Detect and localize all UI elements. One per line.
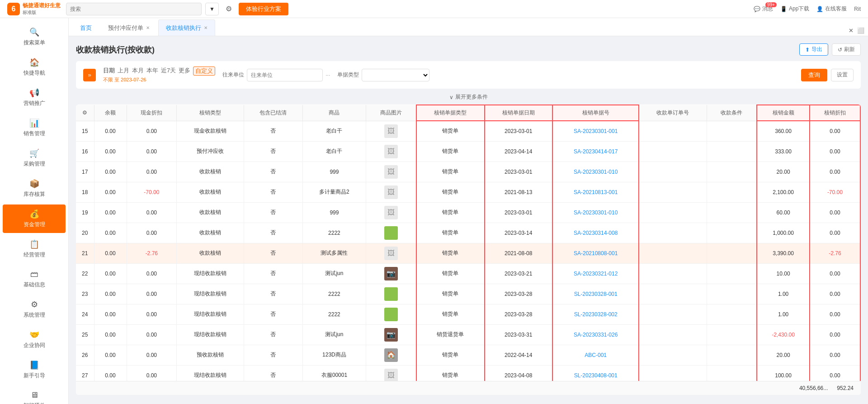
filter-bar: » 日期 上月 本月 本年 近7天 更多 自定义 不限 至 2023-07-26: [76, 61, 861, 89]
cell-bill-no[interactable]: SA-20230414-017: [552, 141, 639, 162]
cell-bill-type: 销货单: [416, 121, 485, 141]
sidebar-item-system[interactable]: ⚙ 系统管理: [3, 295, 66, 323]
settings-btn[interactable]: 设置: [831, 69, 854, 81]
sidebar-item-search[interactable]: 🔍 搜索菜单: [3, 23, 66, 51]
cell-bill-no[interactable]: SL-20230328-001: [552, 284, 639, 304]
maximize-icon[interactable]: ⬜: [857, 27, 864, 34]
cell-type: 现结收款核销: [177, 324, 244, 345]
cell-bill-no[interactable]: SL-20230408-001: [552, 365, 639, 381]
query-btn[interactable]: 查询: [801, 69, 827, 81]
cell-balance: 0.00: [94, 223, 127, 243]
bill-no-link[interactable]: SL-20230408-001: [574, 372, 618, 379]
refresh-btn[interactable]: ↺ 刷新: [832, 43, 861, 56]
cell-settled: 否: [244, 121, 303, 141]
cell-bill-date: 2021-08-08: [485, 243, 553, 263]
sidebar-item-nav[interactable]: 🏠 快捷导航: [3, 53, 66, 81]
cell-receipt-cond: [707, 263, 757, 284]
filter-date-group: 日期 上月 本月 本年 近7天 更多 自定义 不限 至 2023-07-26: [103, 67, 215, 83]
cell-bill-no[interactable]: SA-20230301-010: [552, 202, 639, 223]
main-layout: 🔍 搜索菜单 🏠 快捷导航 📢 营销推广 📊 销售管理 🛒 采购管理 📦 库存核…: [0, 18, 868, 404]
sidebar-item-marketing[interactable]: 📢 营销推广: [3, 83, 66, 112]
user-name[interactable]: Rit: [854, 6, 861, 12]
cell-discount: 0.00: [810, 223, 860, 243]
date-more[interactable]: 更多: [179, 67, 190, 76]
tab-prepay[interactable]: 预付冲应付单 ✕: [100, 19, 157, 36]
cell-receipt-order: [639, 345, 707, 365]
tab-home[interactable]: 首页: [72, 19, 99, 36]
cell-id: 21: [76, 243, 94, 263]
dropdown-btn[interactable]: ▼: [205, 3, 219, 15]
message-btn[interactable]: 💬 消息 99+: [754, 5, 773, 13]
app-download-btn[interactable]: 📱 App下载: [780, 5, 809, 13]
cell-cash-discount: 0.00: [127, 162, 177, 182]
cell-discount: 0.00: [810, 141, 860, 162]
cell-id: 18: [76, 182, 94, 202]
cell-bill-no[interactable]: SA-20230301-001: [552, 121, 639, 141]
date-this-year[interactable]: 本年: [146, 67, 158, 76]
cell-balance: 0.00: [94, 162, 127, 182]
online-service-btn[interactable]: 👤 在线客服: [816, 5, 847, 13]
date-7days[interactable]: 近7天: [161, 67, 176, 76]
expand-more-btn[interactable]: ∨ 展开更多条件: [76, 93, 861, 101]
cell-bill-type: 销货单: [416, 345, 485, 365]
sidebar-item-purchase[interactable]: 🛒 采购管理: [3, 144, 66, 172]
cell-bill-no[interactable]: SA-20230331-026: [552, 324, 639, 345]
gear-icon[interactable]: ⚙: [222, 3, 235, 15]
sidebar-item-sales[interactable]: 📊 销售管理: [3, 114, 66, 142]
date-this-month[interactable]: 本月: [132, 67, 144, 76]
close-window-icon[interactable]: ✕: [849, 27, 854, 34]
sidebar-item-collab[interactable]: 🤝 企业协同: [3, 325, 66, 354]
cell-bill-no[interactable]: SL-20230328-002: [552, 304, 639, 324]
cell-bill-no[interactable]: SA-20230301-010: [552, 162, 639, 182]
sidebar-item-inventory[interactable]: 📦 库存核算: [3, 174, 66, 203]
filter-expand-btn[interactable]: »: [83, 69, 96, 81]
bill-no-link[interactable]: SA-20210808-001: [574, 250, 618, 257]
sidebar-item-finance[interactable]: 💰 资金管理: [3, 204, 66, 233]
from-unit-input[interactable]: [247, 69, 323, 81]
sidebar-item-base[interactable]: 🗃 基础信息: [3, 265, 66, 293]
export-btn[interactable]: ⬆ 导出: [799, 43, 828, 56]
table-row: 15 0.00 0.00 现金收款核销 否 老白干 🖼 销货单 2023-03-…: [76, 121, 860, 141]
bill-no-link[interactable]: SA-20230301-001: [574, 128, 618, 134]
cell-bill-no[interactable]: ABC-001: [552, 345, 639, 365]
table-row: 21 0.00 -2.76 收款核销 否 测试多属性 🖼 销货单 2021-08…: [76, 243, 860, 263]
cell-goods-image: 🖼: [366, 141, 416, 162]
sidebar-item-ops[interactable]: 📋 经营管理: [3, 235, 66, 263]
bill-no-link[interactable]: SL-20230328-002: [574, 311, 618, 318]
cell-bill-no[interactable]: SA-20230321-012: [552, 263, 639, 284]
tab-receipt[interactable]: 收款核销执行 ✕: [158, 19, 215, 36]
th-settings[interactable]: ⚙: [76, 105, 94, 121]
tab-prepay-close[interactable]: ✕: [146, 25, 150, 30]
bill-no-link[interactable]: SA-20230331-026: [574, 332, 618, 338]
bill-no-link[interactable]: SA-20230301-010: [574, 169, 618, 175]
cell-settled: 否: [244, 202, 303, 223]
tab-receipt-close[interactable]: ✕: [204, 25, 208, 30]
bill-no-link[interactable]: SA-20230321-012: [574, 271, 618, 277]
bill-no-link[interactable]: SA-20230301-010: [574, 209, 618, 216]
date-custom[interactable]: 自定义: [193, 67, 215, 76]
bill-type-select[interactable]: [362, 69, 429, 81]
cell-balance: 0.00: [94, 243, 127, 263]
bill-no-link[interactable]: SA-20210813-001: [574, 189, 618, 195]
bill-no-link[interactable]: ABC-001: [585, 352, 607, 358]
sidebar-item-hardware[interactable]: 🖥 智能硬件: [3, 386, 66, 404]
sidebar-item-guide[interactable]: 📘 新手引导: [3, 356, 66, 384]
cell-id: 17: [76, 162, 94, 182]
cell-discount: 0.00: [810, 263, 860, 284]
cell-amount: 3,390.00: [757, 243, 809, 263]
cell-bill-no[interactable]: SA-20230314-008: [552, 223, 639, 243]
bill-no-link[interactable]: SA-20230314-008: [574, 230, 618, 236]
date-last-month[interactable]: 上月: [118, 67, 129, 76]
top-search-input[interactable]: [66, 3, 202, 15]
industry-btn[interactable]: 体验行业方案: [239, 3, 288, 15]
cell-receipt-cond: [707, 162, 757, 182]
date-range: 不限 至 2023-07-26: [103, 76, 215, 83]
chevron-down-icon: ∨: [449, 94, 453, 100]
bill-no-link[interactable]: SL-20230328-001: [574, 291, 618, 297]
cell-bill-no[interactable]: SA-20210813-001: [552, 182, 639, 202]
unit-dots[interactable]: ···: [326, 72, 330, 78]
export-icon: ⬆: [805, 47, 810, 53]
bill-no-link[interactable]: SA-20230414-017: [574, 148, 618, 155]
cell-bill-no[interactable]: SA-20210808-001: [552, 243, 639, 263]
cell-discount: 0.00: [810, 284, 860, 304]
